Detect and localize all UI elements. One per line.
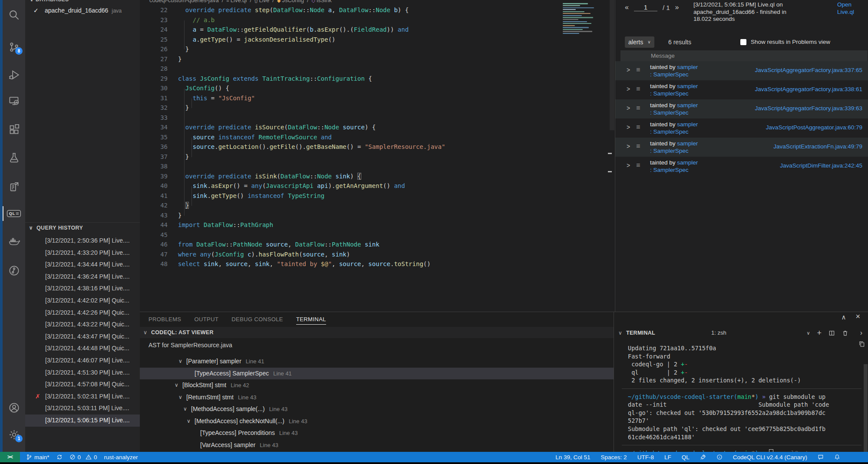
code-line[interactable]: 38 (140, 161, 614, 171)
code-line[interactable]: 32 } (140, 103, 614, 113)
breadcrumb-item[interactable]: codeql-custom-queries-java (149, 0, 219, 3)
query-history-item[interactable]: [3/12/2021, 4:38:16 PM] Live.... (25, 283, 140, 295)
split-terminal-icon[interactable] (828, 330, 835, 336)
result-file-link[interactable]: JavaScriptAggregatorFactory.java:339:63 (755, 105, 862, 112)
query-history-item[interactable]: [3/12/2021, 4:34:44 PM] Live.... (25, 259, 140, 271)
code-line[interactable]: 33 (140, 113, 614, 123)
editor-scrollbar[interactable] (610, 0, 614, 130)
code-line[interactable]: 22 override predicate step(DataFlow::Nod… (140, 5, 614, 15)
code-line[interactable]: 45 (140, 230, 614, 240)
chevron-down-icon[interactable]: ∨ (183, 403, 187, 415)
run-debug-icon[interactable] (3, 66, 25, 83)
query-history-item[interactable]: [3/12/2021, 4:44:48 PM] Quic... (25, 342, 140, 355)
result-row[interactable]: >≡tainted by sampler: SamplerSpecJavaScr… (615, 138, 868, 157)
tab-debug-console[interactable]: DEBUG CONSOLE (231, 312, 283, 327)
query-history-item[interactable]: [3/12/2021, 5:06:15 PM] Live.... (25, 415, 140, 427)
code-line[interactable]: 31 this = "JsConfig" (140, 93, 614, 103)
code-line[interactable]: 26 } (140, 44, 614, 54)
problems-status[interactable]: 0 0 (69, 454, 97, 461)
chevron-right-icon[interactable]: > (627, 162, 630, 169)
chevron-right-icon[interactable]: > (627, 86, 630, 92)
tab-problems[interactable]: PROBLEMS (149, 312, 181, 327)
result-file-link[interactable]: JavaScriptAggregatorFactory.java:337:65 (755, 67, 862, 73)
result-source-link[interactable]: : SamplerSpec (650, 90, 698, 97)
query-history-item[interactable]: [3/12/2021, 4:57:08 PM] Quic... (25, 378, 140, 391)
database-item[interactable]: ✓ apache_druid_16acd66java (25, 5, 140, 16)
git-graph-icon[interactable] (3, 262, 25, 279)
result-source-link[interactable]: sampler (677, 102, 698, 109)
breadcrumb-item[interactable]: ≡ Live.ql (226, 0, 247, 3)
code-line[interactable]: 35 source instanceof RemoteFlowSource an… (140, 132, 614, 142)
result-row[interactable]: >≡tainted by sampler: SamplerSpecJavaScr… (615, 118, 868, 138)
terminal-dropdown-icon[interactable]: ∨ (806, 327, 810, 339)
code-area[interactable]: 22 override predicate step(DataFlow::Nod… (140, 5, 614, 312)
query-history-item[interactable]: [3/12/2021, 4:43:22 PM] Quic... (25, 319, 140, 331)
code-line[interactable]: 30 JsConfig() { (140, 83, 614, 93)
chevron-right-icon[interactable]: > (627, 143, 630, 150)
databases-section-header[interactable]: ∨ DATABASES (25, 0, 140, 4)
code-line[interactable]: 48select sink, source, sink, "tainted by… (140, 259, 614, 269)
query-history-section-header[interactable]: ∨ QUERY HISTORY (25, 222, 140, 233)
chevron-right-icon[interactable]: > (627, 105, 630, 112)
codeql-cli-status[interactable]: CodeQL CLI v2.4.4 (Canary) (733, 454, 807, 461)
ast-node[interactable]: [VarAccess] samplerLine 43 (140, 439, 614, 451)
query-history-item[interactable]: [3/12/2021, 2:50:36 PM] Live.... (25, 235, 140, 247)
terminal-shell-label[interactable]: 1: zsh (711, 327, 726, 339)
kill-terminal-icon[interactable] (842, 330, 848, 336)
eol-status[interactable]: LF (664, 454, 671, 461)
chevron-down-icon[interactable]: ∨ (178, 355, 182, 368)
code-line[interactable]: 42 } (140, 201, 614, 211)
open-query-link[interactable]: Open Live.ql (837, 1, 864, 16)
query-history-item[interactable]: [3/12/2021, 4:43:47 PM] Quic... (25, 331, 140, 343)
code-line[interactable]: 47where any(JsConfig c).hasFlowPath(sour… (140, 250, 614, 260)
sync-button[interactable] (56, 454, 63, 460)
code-line[interactable]: 28 (140, 64, 614, 74)
breadcrumb[interactable]: codeql-custom-queries-java/≡ Live.ql/{} … (140, 0, 614, 4)
breadcrumb-item[interactable]: {} Live (254, 0, 269, 3)
next-page-button[interactable]: » (675, 3, 679, 11)
ast-node[interactable]: ∨[MethodAccess] sample(...)Line 43 (140, 403, 614, 415)
ast-node[interactable]: ∨[MethodAccess] checkNotNull(...)Line 43 (140, 415, 614, 428)
chevron-right-icon[interactable]: > (627, 66, 630, 73)
account-icon[interactable] (3, 399, 25, 416)
result-source-link[interactable]: : SamplerSpec (650, 147, 698, 155)
code-line[interactable]: 41 sink.getType() instanceof TypeString (140, 191, 614, 201)
code-line[interactable]: 34 override predicate isSource(DataFlow:… (140, 122, 614, 132)
chevron-down-icon[interactable]: ∨ (175, 379, 178, 392)
code-line[interactable]: 43} (140, 211, 614, 220)
query-history-item[interactable]: ✗[3/12/2021, 5:02:31 PM] Live.... (25, 391, 140, 403)
code-line[interactable]: 39 override predicate isSink(DataFlow::N… (140, 171, 614, 181)
breadcrumb-item[interactable]: ◆ JsConfig (277, 0, 304, 3)
result-file-link[interactable]: JavaScriptPostAggregator.java:60:79 (766, 124, 862, 131)
query-history-item[interactable]: [3/12/2021, 4:51:30 PM] Live.... (25, 367, 140, 379)
code-line[interactable]: 44import DataFlow::PathGraph (140, 220, 614, 230)
query-history-item[interactable]: [3/12/2021, 4:42:02 PM] Quic... (25, 295, 140, 307)
beaker-test-icon[interactable] (3, 149, 25, 166)
feedback-icon[interactable] (818, 454, 824, 460)
code-line[interactable]: 40 sink.asExpr() = any(JavascriptApi api… (140, 181, 614, 191)
code-line[interactable]: 27} (140, 54, 614, 64)
results-view-dropdown[interactable]: alerts∨ (625, 36, 654, 48)
prev-page-button[interactable]: « (625, 3, 629, 11)
result-file-link[interactable]: JavaScriptAggregatorFactory.java:338:61 (755, 86, 862, 92)
tab-output[interactable]: OUTPUT (194, 312, 218, 327)
bell-icon[interactable] (834, 454, 840, 460)
code-line[interactable]: 36 source.getLocation().getFile().getBas… (140, 142, 614, 152)
code-line[interactable]: 23 // a.b (140, 15, 614, 25)
indentation-status[interactable]: Spaces: 2 (601, 454, 627, 461)
result-source-link[interactable]: sampler (677, 140, 698, 147)
terminal-title[interactable]: TERMINAL (626, 327, 655, 339)
tab-terminal[interactable]: TERMINAL (296, 312, 326, 327)
codeql-queries-icon[interactable] (3, 178, 25, 195)
page-number-input[interactable]: 1 (634, 3, 657, 11)
query-history-item[interactable]: [3/12/2021, 4:46:07 PM] Live.... (25, 355, 140, 367)
code-line[interactable]: 24 a = DataFlow::getFieldQualifier(b.asE… (140, 25, 614, 35)
result-file-link[interactable]: JavaScriptExtractionFn.java:49:79 (773, 143, 862, 150)
query-history-item[interactable]: [3/12/2021, 4:36:24 PM] Live.... (25, 271, 140, 283)
remote-indicator[interactable]: >< (0, 452, 20, 462)
ast-node[interactable]: ∨[Parameter] samplerLine 41 (140, 355, 614, 368)
panel-collapse-icon[interactable]: ∧ (842, 313, 846, 321)
panel-close-icon[interactable]: × (855, 313, 860, 321)
ast-viewer-header[interactable]: ∨ CODEQL: AST VIEWER (140, 327, 614, 338)
terminal-scrollbar[interactable] (864, 364, 868, 453)
